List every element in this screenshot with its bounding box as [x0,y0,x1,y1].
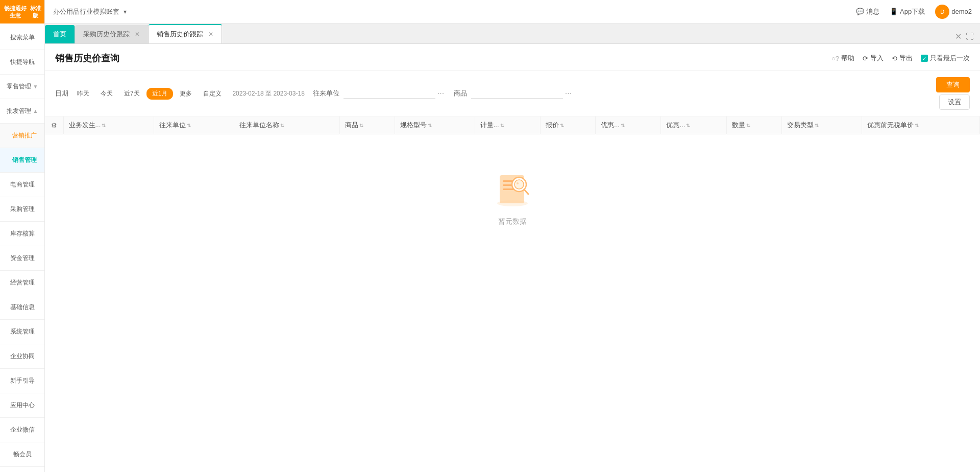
date-btn-1month[interactable]: 近1月 [146,88,174,100]
topbar-title: 办公用品行业模拟账套 [53,7,119,16]
sidebar-item-purchase[interactable]: 采购管理 [0,197,44,222]
th-qty[interactable]: 数量 ⇅ [726,116,781,134]
app-download-button[interactable]: 📱 App下载 [890,7,925,16]
sidebar-item-search[interactable]: 搜索菜单 [0,26,44,50]
chevron-down-icon: ▼ [33,83,38,90]
tab-sales-history[interactable]: 销售历史价跟踪 ✕ [149,24,222,43]
th-unit[interactable]: 计量... ⇅ [475,116,540,134]
svg-point-6 [514,180,524,189]
sidebar-item-system[interactable]: 系统管理 [0,320,44,344]
maximize-window-icon[interactable]: ⛶ [966,32,974,41]
empty-state-text: 暂元数据 [498,217,527,226]
th-quote[interactable]: 报价 ⇅ [541,116,596,134]
sidebar-item-app-center[interactable]: 应用中心 [0,393,44,418]
topbar-dropdown-icon[interactable]: ▾ [124,8,127,15]
sidebar-item-enterprise[interactable]: 企业协同 [0,344,44,369]
chevron-up-icon: ▲ [33,108,38,115]
window-controls: ✕ ⛶ [955,32,980,43]
sidebar-item-sales-mgmt[interactable]: 销售管理 [0,148,44,173]
tabbar: 首页 采购历史价跟踪 ✕ 销售历史价跟踪 ✕ ✕ ⛶ [45,23,980,44]
date-btn-yesterday[interactable]: 昨天 [72,88,94,100]
th-settings[interactable]: ⚙ [45,116,63,134]
sidebar-item-retail[interactable]: 零售管理 ▼ [0,75,44,99]
th-goods[interactable]: 商品 ⇅ [339,116,395,134]
only-last-checkbox-label[interactable]: ✓ 只看最后一次 [921,54,970,63]
partner-input-wrapper: ··· [344,88,446,99]
page-header: 销售历史价查询 ○? 帮助 ⟳ 导入 ⟲ 导出 ✓ 只看最后一次 [45,44,980,71]
help-button[interactable]: ○? 帮助 [831,54,854,63]
export-button[interactable]: ⟲ 导出 [892,54,913,63]
sidebar-item-ecommerce[interactable]: 电商管理 [0,173,44,197]
data-table: ⚙ 业务发生... ⇅ 往来单位 ⇅ [45,116,980,134]
th-trade-type[interactable]: 交易类型 ⇅ [781,116,862,134]
th-partner-code[interactable]: 往来单位 ⇅ [154,116,234,134]
avatar: D [935,5,949,19]
date-filter-group: 日期 昨天 今天 近7天 近1月 更多 自定义 2023-02-18 至 202… [55,88,305,100]
empty-state: 暂元数据 [45,134,980,257]
close-window-icon[interactable]: ✕ [955,32,962,41]
th-biz-date[interactable]: 业务发生... ⇅ [63,116,154,134]
import-button[interactable]: ⟳ 导入 [863,54,884,63]
filter-bar: 日期 昨天 今天 近7天 近1月 更多 自定义 2023-02-18 至 202… [45,71,980,116]
goods-filter-group: 商品 ··· [454,88,573,99]
topbar: 办公用品行业模拟账套 ▾ 💬 消息 📱 App下载 D demo2 [45,0,980,23]
goods-input[interactable] [471,88,563,99]
sidebar-item-wechat[interactable]: 企业微信 [0,418,44,442]
tab-home[interactable]: 首页 [45,25,75,43]
page-header-actions: ○? 帮助 ⟳ 导入 ⟲ 导出 ✓ 只看最后一次 [831,54,970,63]
th-discount1[interactable]: 优惠... ⇅ [596,116,661,134]
sidebar-item-marketing[interactable]: 营销推广 [0,124,44,148]
message-button[interactable]: 💬 消息 [856,7,879,16]
tab-close-purchase[interactable]: ✕ [135,31,140,38]
topbar-left: 办公用品行业模拟账套 ▾ [53,7,127,16]
partner-input[interactable] [344,88,435,99]
sidebar-item-newguide[interactable]: 新手引导 [0,369,44,393]
sidebar-item-wholesale[interactable]: 批发管理 ▲ [0,99,44,124]
goods-select-icon[interactable]: ··· [565,89,572,98]
sidebar-item-inventory[interactable]: 库存核算 [0,222,44,246]
username-label: demo2 [951,8,972,15]
user-avatar-area[interactable]: D demo2 [935,5,972,19]
sort-icon-biz-date: ⇅ [102,123,106,128]
checkbox-checked-icon: ✓ [921,55,928,62]
date-btn-custom[interactable]: 自定义 [199,88,226,100]
partner-filter-group: 往来单位 ··· [313,88,446,99]
sidebar-item-member[interactable]: 畅会员 [0,442,44,467]
th-pre-tax-price[interactable]: 优惠前无税单价 ⇅ [862,116,979,134]
sort-icon-quote: ⇅ [560,123,564,128]
help-icon: ○? [831,55,839,62]
sidebar: 畅捷通好生意 标准版 搜索菜单 快捷导航 零售管理 ▼ 批发管理 ▲ 营销推广 … [0,0,45,472]
app-logo: 畅捷通好生意 标准版 [0,0,44,23]
tab-purchase-history[interactable]: 采购历史价跟踪 ✕ [75,25,149,43]
table-wrapper: ⚙ 业务发生... ⇅ 往来单位 ⇅ [45,116,980,472]
sidebar-item-finance[interactable]: 资金管理 [0,246,44,271]
sort-icon-goods: ⇅ [359,123,363,128]
sort-icon-spec: ⇅ [428,123,432,128]
date-btn-today[interactable]: 今天 [96,88,117,100]
sort-icon-pre-tax-price: ⇅ [915,123,919,128]
sidebar-item-basic-info[interactable]: 基础信息 [0,295,44,320]
download-icon: 📱 [890,8,898,15]
gear-icon: ⚙ [51,122,57,129]
th-spec[interactable]: 规格型号 ⇅ [395,116,475,134]
date-filter-label: 日期 [55,89,68,98]
th-partner-name[interactable]: 往来单位名称 ⇅ [234,116,339,134]
filter-action-btns: 查询 设置 [936,77,970,110]
sort-icon-trade-type: ⇅ [815,123,819,128]
table-header-row: ⚙ 业务发生... ⇅ 往来单位 ⇅ [45,116,980,134]
only-last-label: 只看最后一次 [930,54,970,63]
date-btn-7days[interactable]: 近7天 [119,88,144,100]
import-icon: ⟳ [863,55,868,62]
sidebar-item-operations[interactable]: 经营管理 [0,271,44,295]
partner-select-icon[interactable]: ··· [437,89,444,98]
date-btn-more[interactable]: 更多 [175,88,197,100]
date-options: 昨天 今天 近7天 近1月 更多 自定义 [72,88,226,100]
th-discount2[interactable]: 优惠... ⇅ [661,116,726,134]
goods-input-wrapper: ··· [471,88,573,99]
settings-button[interactable]: 设置 [939,95,970,110]
page-content: 销售历史价查询 ○? 帮助 ⟳ 导入 ⟲ 导出 ✓ 只看最后一次 [45,44,980,472]
tab-close-sales[interactable]: ✕ [208,31,213,38]
topbar-right: 💬 消息 📱 App下载 D demo2 [856,5,972,19]
query-button[interactable]: 查询 [936,77,970,92]
sidebar-item-shortcut[interactable]: 快捷导航 [0,50,44,75]
